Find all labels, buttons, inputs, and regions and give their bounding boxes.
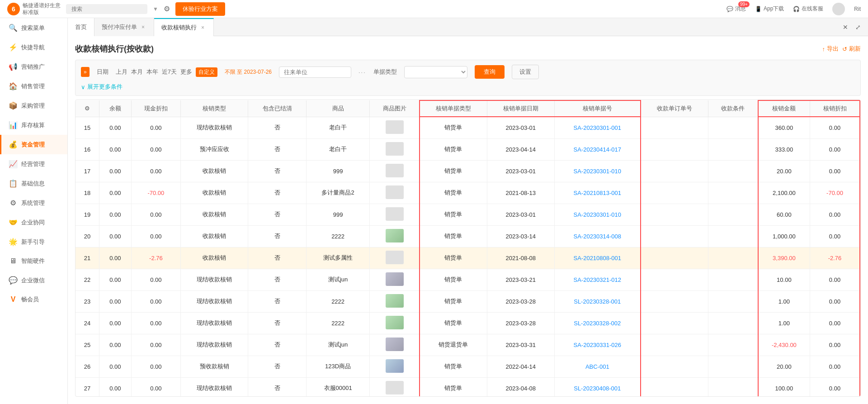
query-button[interactable]: 查询: [475, 65, 505, 79]
cell-no: 26: [75, 356, 99, 377]
tab-home[interactable]: 首页: [68, 18, 94, 36]
cell-type: 收款核销: [181, 225, 248, 247]
online-service-item[interactable]: 🎧 在线客服: [793, 5, 823, 13]
cell-receipt-cond: [708, 160, 758, 182]
sidebar-item-marketing[interactable]: 📢 营销推广: [0, 57, 67, 76]
avatar[interactable]: [832, 3, 845, 15]
sidebar-item-finance[interactable]: 💰 资金管理: [0, 135, 67, 154]
sidebar-item-sales[interactable]: 🏠 销售管理: [0, 76, 67, 96]
cell-amount: 60.00: [758, 204, 810, 225]
cell-amount: 360.00: [758, 117, 810, 138]
marketing-icon: 📢: [9, 62, 18, 71]
filter-row: » 日期 上月 本月 本年 近7天 更多 自定义 不限 至 2023-07-26: [81, 65, 855, 79]
from-unit-input[interactable]: [279, 67, 351, 78]
table-row: 26 0.00 0.00 预收款核销 否 123D商品 销货单 2022-04-…: [75, 356, 860, 377]
cell-goods: 多计量商品2: [307, 182, 370, 204]
cell-goods: 999: [307, 204, 370, 225]
date-more[interactable]: 更多: [180, 68, 192, 76]
sidebar-item-hardware[interactable]: 🖥 智能硬件: [0, 252, 67, 271]
cell-settled: 否: [248, 312, 306, 334]
expand-tab-button[interactable]: ⤢: [854, 22, 863, 33]
cell-balance: 0.00: [99, 204, 132, 225]
search-input[interactable]: [66, 4, 147, 14]
close-tab-button[interactable]: ✕: [841, 22, 850, 33]
filter-expand-arrow[interactable]: »: [81, 67, 90, 77]
logo-text: 畅捷通谱好生意 标准版: [23, 2, 61, 15]
expand-more-button[interactable]: ∨ 展开更多条件: [81, 83, 123, 91]
date-last-month[interactable]: 上月: [116, 68, 127, 76]
quick-icon: ⚡: [9, 43, 18, 52]
sidebar-item-system[interactable]: ⚙ 系统管理: [0, 193, 67, 213]
page-content: 收款核销执行(按收款) ↑ 导出 ↺ 刷新 » 日期: [68, 36, 868, 404]
cell-order-no: [641, 138, 708, 160]
sidebar-item-corp[interactable]: 🤝 企业协同: [0, 213, 67, 232]
cell-bill-type: 销货单: [420, 225, 487, 247]
cell-bill-no: SA-20230414-017: [554, 138, 641, 160]
sidebar-label-guide: 新手引导: [21, 238, 45, 246]
sidebar-item-operation[interactable]: 📈 经营管理: [0, 154, 67, 174]
sidebar-item-basic[interactable]: 📋 基础信息: [0, 174, 67, 193]
sidebar-item-wechat[interactable]: 💬 企业微信: [0, 271, 67, 290]
cell-bill-no: SA-20230321-012: [554, 269, 641, 290]
table-row: 19 0.00 0.00 收款核销 否 999 销货单 2023-03-01 S…: [75, 204, 860, 225]
col-settings[interactable]: ⚙: [75, 100, 99, 117]
vip-icon: V: [9, 295, 18, 304]
cell-balance: 0.00: [99, 160, 132, 182]
cell-bill-date: 2021-08-13: [487, 182, 554, 204]
wechat-icon: 💬: [9, 276, 18, 285]
date-this-year[interactable]: 本年: [146, 68, 158, 76]
date-this-month[interactable]: 本月: [131, 68, 143, 76]
cell-goods: 老白干: [307, 117, 370, 138]
content-area: 首页 预付冲应付单 × 收款核销执行 × ✕ ⤢ 收款核销执行(按收款): [68, 18, 868, 404]
cell-no: 17: [75, 160, 99, 182]
cell-goods-img: [370, 225, 420, 247]
finance-icon: 💰: [9, 140, 18, 149]
cell-amount: 1.00: [758, 312, 810, 334]
cell-order-no: [641, 117, 708, 138]
cell-no: 21: [75, 247, 99, 269]
sidebar-item-purchase[interactable]: 📦 采购管理: [0, 96, 67, 115]
sidebar-item-vip[interactable]: V 畅会员: [0, 290, 67, 309]
service-label: 在线客服: [802, 5, 823, 13]
cell-no: 24: [75, 312, 99, 334]
gear-button[interactable]: ⚙: [164, 5, 170, 13]
date-7days[interactable]: 近7天: [162, 68, 177, 76]
cell-settled: 否: [248, 356, 306, 377]
cell-receipt-cond: [708, 312, 758, 334]
solution-button[interactable]: 休验行业方案: [175, 2, 225, 16]
tab-receipt[interactable]: 收款核销执行 ×: [154, 18, 214, 36]
col-type: 核销类型: [181, 100, 248, 117]
cell-receipt-cond: [708, 334, 758, 356]
logo-icon: 6: [7, 3, 20, 15]
settings-button[interactable]: 设置: [512, 65, 539, 79]
cell-discount: -2.76: [810, 247, 860, 269]
col-goods: 商品: [307, 100, 370, 117]
sidebar-label-hardware: 智能硬件: [21, 257, 45, 265]
col-bill-type: 核销单据类型: [420, 100, 487, 117]
tab-prepay[interactable]: 预付冲应付单 ×: [94, 18, 154, 36]
cell-receipt-cond: [708, 377, 758, 397]
tab-prepay-close[interactable]: ×: [140, 23, 146, 31]
sidebar-item-quick[interactable]: ⚡ 快捷导航: [0, 38, 67, 57]
app-download-item[interactable]: 📱 App下载: [755, 5, 784, 13]
sidebar-item-search[interactable]: 🔍 搜索菜单: [0, 18, 67, 38]
cell-discount: 0.00: [810, 334, 860, 356]
tab-receipt-close[interactable]: ×: [199, 24, 206, 32]
sidebar-item-guide[interactable]: 🌟 新手引导: [0, 232, 67, 252]
refresh-button[interactable]: ↺ 刷新: [842, 45, 861, 53]
cell-order-no: [641, 160, 708, 182]
top-bar: 6 畅捷通谱好生意 标准版 ▼ ⚙ 休验行业方案 💬 消息 99+ 📱 App下…: [0, 0, 868, 18]
export-button[interactable]: ↑ 导出: [822, 45, 839, 53]
cell-bill-no: SA-20230331-026: [554, 334, 641, 356]
cell-type: 收款核销: [181, 182, 248, 204]
cell-goods-img: [370, 138, 420, 160]
col-amount: 核销金额: [758, 100, 810, 117]
date-custom[interactable]: 自定义: [196, 67, 217, 77]
sidebar-item-inventory[interactable]: 📊 库存核算: [0, 115, 67, 135]
cell-cash-discount: 0.00: [131, 290, 181, 312]
cell-settled: 否: [248, 334, 306, 356]
receipt-type-select[interactable]: [404, 66, 467, 78]
message-item[interactable]: 💬 消息 99+: [726, 5, 746, 13]
app-label: App下载: [764, 5, 784, 13]
cell-bill-type: 销货单: [420, 377, 487, 397]
